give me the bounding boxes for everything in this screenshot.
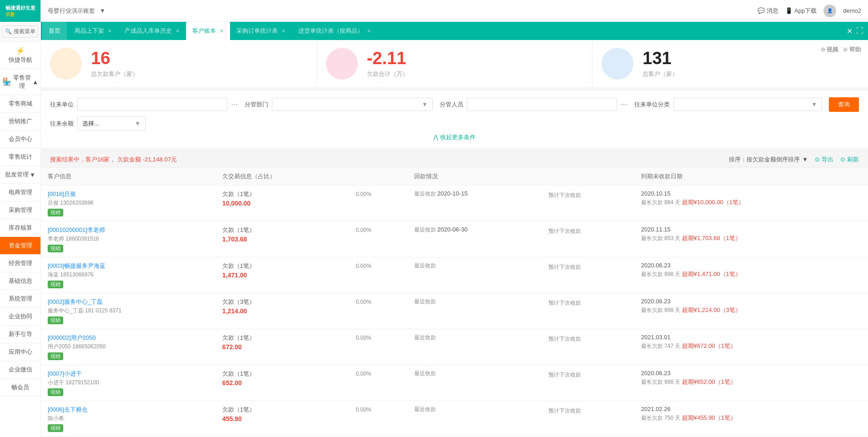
tab-product-listing[interactable]: 商品上下架 ✕: [68, 22, 118, 40]
query-button[interactable]: 查询: [829, 97, 859, 112]
sidebar-item-finance[interactable]: 资金管理: [0, 237, 40, 255]
customer-link-2[interactable]: [0003]畅捷服务尹海蓝: [48, 262, 105, 269]
sort-select[interactable]: 排序：按欠款金额倒序排序 ▼: [729, 156, 808, 164]
sidebar-item-retail-mgmt[interactable]: 🏪 零售管理 ▲: [0, 69, 40, 95]
help-link[interactable]: ⊙ 帮助: [843, 45, 861, 54]
filter-select-category[interactable]: ▼: [673, 98, 822, 111]
sidebar-item-marketing[interactable]: 营销推广: [0, 113, 40, 131]
customer-link-6[interactable]: [0006]去下粮仓: [48, 406, 88, 413]
customer-phone-4: 用户2050 18665062050: [48, 343, 209, 351]
tab-inbound-summary[interactable]: 进货单统计表（按商品） ✕: [292, 22, 377, 40]
collection-latest-4: 最近收款: [414, 334, 535, 342]
cell-latest-5: 最近收款: [407, 365, 542, 401]
filter-unit-dots[interactable]: ···: [231, 100, 238, 109]
filter-select-dept[interactable]: ▼: [272, 98, 432, 111]
overdue-detail-5: 最长欠款 998 天 超期¥652.00（1笔）: [641, 378, 861, 386]
card-label-3: 总客户（家）: [642, 70, 678, 78]
sidebar-item-app-center[interactable]: 应用中心: [0, 343, 40, 361]
filter-input-person[interactable]: [467, 98, 617, 111]
industry-dropdown-icon[interactable]: ▼: [100, 7, 105, 14]
collapse-filters-button[interactable]: ⋀ 收起更多条件: [50, 133, 859, 141]
sidebar-item-newbie[interactable]: 新手引导: [0, 326, 40, 343]
export-button[interactable]: ⊙ 导出: [815, 156, 833, 164]
search-menu-section: 🔍 搜索菜单: [0, 22, 40, 42]
cell-latest-1: 最近收款 2020-06-30: [407, 221, 542, 257]
cell-next-5: 预计下次收款: [542, 365, 634, 401]
overdue-link-3[interactable]: 超期¥1,214.00（3笔）: [682, 306, 741, 313]
overdue-date-2: 2020.06.23: [641, 262, 861, 269]
sidebar-item-system[interactable]: 系统管理: [0, 290, 40, 308]
filter-select-balance[interactable]: 选择... ▼: [77, 116, 146, 131]
sidebar-item-basic-info[interactable]: 基础信息: [0, 272, 40, 290]
debt-amount-3: 1,214.00: [222, 307, 342, 315]
card-icon-building: ▦: [602, 48, 633, 80]
app-download-button[interactable]: 📱 App下载: [785, 7, 817, 15]
avatar[interactable]: 👤: [823, 5, 836, 17]
collection-next-1: 预计下次收款: [548, 227, 627, 235]
customer-badge-4: 现销: [48, 352, 63, 360]
sidebar-item-retail-mall[interactable]: 零售商城: [0, 95, 40, 113]
sidebar-item-inventory[interactable]: 库存核算: [0, 219, 40, 237]
chevron-down-icon-category: ▼: [811, 101, 817, 108]
overdue-link-1[interactable]: 超期¥1,703.68（1笔）: [682, 235, 741, 241]
table-row: [0006]去下粮仓 陈小希 现销 欠款（1笔） 455.90 0.00% 最近…: [41, 401, 868, 437]
sidebar-item-operations[interactable]: 经营管理: [0, 255, 40, 272]
sidebar-item-retail-stats[interactable]: 零售统计: [0, 148, 40, 166]
table-row: [0003]畅捷服务尹海蓝 海蓝 18513066976 现销 欠款（1笔） 1…: [41, 257, 868, 293]
overdue-link-6[interactable]: 超期¥455.90（1笔）: [682, 414, 736, 421]
customer-link-1[interactable]: [00010200001]李老师: [48, 226, 105, 233]
tab-close-production-history[interactable]: ✕: [176, 28, 180, 34]
cell-next-3: 预计下次收款: [542, 293, 634, 329]
cell-debt-4: 欠款（1笔） 672.00: [216, 329, 349, 365]
cell-customer-1: [00010200001]李老师 李老师 18600391516 现销: [41, 221, 216, 257]
sidebar-item-quick-nav[interactable]: ⚡ 快捷导航: [0, 42, 40, 69]
overdue-link-2[interactable]: 超期¥1,471.00（1笔）: [682, 271, 741, 277]
customer-link-0[interactable]: [0016]吕俊: [48, 191, 76, 197]
overdue-link-4[interactable]: 超期¥672.00（1笔）: [682, 342, 736, 349]
video-link[interactable]: ⊙ 视频: [821, 45, 839, 54]
tab-customer-account[interactable]: 客户账本 ✕: [186, 22, 230, 40]
debt-percent-0: 0.00%: [356, 191, 401, 197]
debt-amount-1: 1,703.68: [222, 236, 342, 243]
tab-purchase-summary[interactable]: 采购订单统计表 ✕: [230, 22, 292, 40]
filter-group-dept: 分管部门 ▼: [245, 98, 432, 111]
tab-close-customer-account[interactable]: ✕: [220, 28, 224, 34]
filter-person-dots[interactable]: ···: [621, 100, 627, 109]
tab-close-purchase-summary[interactable]: ✕: [281, 28, 286, 34]
sidebar-item-member-center[interactable]: 会员中心: [0, 131, 40, 148]
message-button[interactable]: 💬 消息: [758, 7, 778, 15]
tabs-expand-icon[interactable]: ⛶: [856, 27, 863, 35]
customer-badge-3: 现销: [48, 316, 63, 324]
sidebar-item-wholesale-mgmt[interactable]: 批发管理 ▼: [0, 166, 40, 184]
tab-home[interactable]: 首页: [42, 22, 67, 40]
sidebar-item-chang-member[interactable]: 畅会员: [0, 379, 40, 397]
customer-link-4[interactable]: [000002]用户2050: [48, 334, 96, 341]
filter-input-unit[interactable]: [77, 98, 227, 111]
refresh-button[interactable]: ⊙ 刷新: [840, 156, 859, 164]
overdue-link-0[interactable]: 超期¥10,000.00（1笔）: [682, 199, 744, 206]
collection-latest-3: 最近收款: [414, 298, 535, 306]
col-debt-percent: [349, 168, 407, 186]
filter-label-dept: 分管部门: [245, 100, 268, 109]
customer-phone-3: 服务中心_丁磊 181 0125 8371: [48, 307, 209, 315]
cell-overdue-2: 2020.06.23 最长欠款 998 天 超期¥1,471.00（1笔）: [634, 257, 868, 293]
customer-link-5[interactable]: [0007]小进干: [48, 370, 82, 377]
search-menu-button[interactable]: 🔍 搜索菜单: [2, 25, 38, 38]
sidebar-item-enterprise-collab[interactable]: 企业协同: [0, 308, 40, 326]
overdue-date-3: 2020.06.23: [641, 298, 861, 305]
collection-latest-6: 最近收款: [414, 406, 535, 413]
sidebar-item-purchase-mgmt[interactable]: 采购管理: [0, 201, 40, 219]
logo-sub: 示意: [5, 11, 35, 18]
results-info: 搜索结果中，客户16家， 欠款金额 -21,148.07元: [50, 156, 177, 164]
card-icon-diamond: ◇: [326, 48, 358, 80]
tab-close-inbound-summary[interactable]: ✕: [367, 28, 371, 34]
sidebar-item-ecommerce[interactable]: 电商管理: [0, 184, 40, 201]
tabs-close-all-icon[interactable]: ✕: [847, 27, 853, 35]
customer-link-3[interactable]: [0002]服务中心_丁磊: [48, 298, 103, 305]
overdue-link-5[interactable]: 超期¥652.00（1笔）: [682, 378, 736, 385]
tab-close-product-listing[interactable]: ✕: [108, 28, 112, 34]
sidebar-item-enterprise-wechat[interactable]: 企业微信: [0, 361, 40, 379]
collapse-icon: ⋀: [433, 134, 438, 141]
tab-production-history[interactable]: 产成品入库单历史 ✕: [118, 22, 186, 40]
debt-percent-1: 0.00%: [356, 227, 401, 233]
